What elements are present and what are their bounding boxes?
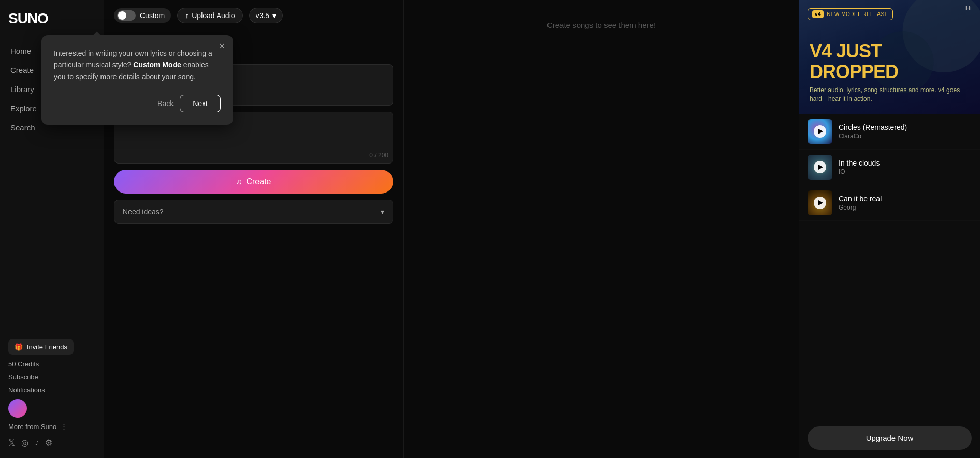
tooltip: × Interested in writing your own lyrics … <box>41 35 233 125</box>
version-selector[interactable]: v3.5 ▾ <box>249 8 283 23</box>
song-thumbnail <box>808 155 832 180</box>
right-panel: Hi v4 NEW MODEL RELEASE V4 JUST DROPPED … <box>799 0 980 458</box>
song-artist: IO <box>839 168 972 175</box>
instagram-icon[interactable]: ◎ <box>21 438 28 448</box>
play-button[interactable] <box>814 125 826 138</box>
song-info: In the clouds IO <box>839 159 972 175</box>
hero-title: V4 JUST DROPPED <box>810 41 970 82</box>
avatar[interactable] <box>8 399 27 418</box>
music-icon: ♫ <box>236 177 242 186</box>
play-icon <box>818 129 823 134</box>
song-list: Circles (Remastered) ClaraCo In the clou… <box>799 114 980 418</box>
tooltip-back-button[interactable]: Back <box>157 99 174 108</box>
custom-mode-toggle[interactable]: Custom <box>114 8 171 23</box>
credits-display: 50 Credits <box>8 360 95 368</box>
center-section: Create songs to see them here! <box>404 0 799 458</box>
list-item[interactable]: Circles (Remastered) ClaraCo <box>799 114 980 150</box>
song-thumbnail <box>808 190 832 215</box>
create-button[interactable]: ♫ Create <box>114 170 393 194</box>
upload-icon: ↑ <box>185 11 189 20</box>
empty-state-text: Create songs to see them here! <box>547 21 656 29</box>
toggle-switch[interactable] <box>117 10 136 21</box>
custom-label: Custom <box>140 11 165 20</box>
hero-subtitle: Better audio, lyrics, song structures an… <box>810 86 970 104</box>
tooltip-next-button[interactable]: Next <box>180 95 221 112</box>
list-item[interactable]: Can it be real Georg <box>799 185 980 221</box>
play-icon <box>818 200 823 205</box>
list-item[interactable]: In the clouds IO <box>799 150 980 185</box>
play-button[interactable] <box>814 197 826 209</box>
hide-button[interactable]: Hi <box>965 4 972 12</box>
char-count: 0 / 200 <box>369 152 388 159</box>
topbar: Custom ↑ Upload Audio v3.5 ▾ <box>104 0 403 31</box>
sidebar-bottom: 🎁 Invite Friends 50 Credits Subscribe No… <box>8 339 95 448</box>
upload-audio-button[interactable]: ↑ Upload Audio <box>177 8 242 23</box>
song-artist: ClaraCo <box>839 132 972 140</box>
social-icons: 𝕏 ◎ ♪ ⚙ <box>8 438 95 448</box>
play-button[interactable] <box>814 161 826 173</box>
twitter-icon[interactable]: 𝕏 <box>8 438 15 448</box>
discord-icon[interactable]: ⚙ <box>45 438 52 448</box>
invite-friends-button[interactable]: 🎁 Invite Friends <box>8 339 74 355</box>
chevron-down-icon: ▾ <box>272 11 276 20</box>
more-icon[interactable]: ⋮ <box>61 423 67 431</box>
chevron-down-icon: ▾ <box>381 208 384 216</box>
tiktok-icon[interactable]: ♪ <box>35 438 39 448</box>
hero-banner: Hi v4 NEW MODEL RELEASE V4 JUST DROPPED … <box>799 0 980 114</box>
song-title: Can it be real <box>839 195 972 203</box>
song-artist: Georg <box>839 204 972 211</box>
notifications-label: Notifications <box>8 386 95 394</box>
more-from-suno: More from Suno ⋮ <box>8 423 95 431</box>
subscribe-link[interactable]: Subscribe <box>8 373 95 381</box>
tooltip-close-button[interactable]: × <box>219 41 225 51</box>
song-info: Can it be real Georg <box>839 195 972 211</box>
upgrade-button[interactable]: Upgrade Now <box>808 426 972 450</box>
tooltip-arrow <box>93 31 102 35</box>
tooltip-text: Interested in writing your own lyrics or… <box>54 48 221 82</box>
tooltip-actions: Back Next <box>54 95 221 112</box>
song-thumbnail <box>808 119 832 144</box>
song-title: Circles (Remastered) <box>839 123 972 131</box>
song-title: In the clouds <box>839 159 972 167</box>
app-logo: SUNO <box>8 10 95 27</box>
need-ideas-toggle[interactable]: Need ideas? ▾ <box>114 200 393 224</box>
toggle-knob <box>118 11 126 20</box>
song-info: Circles (Remastered) ClaraCo <box>839 123 972 140</box>
gift-icon: 🎁 <box>15 343 23 351</box>
play-icon <box>818 165 823 170</box>
new-model-badge: v4 NEW MODEL RELEASE <box>808 8 893 20</box>
